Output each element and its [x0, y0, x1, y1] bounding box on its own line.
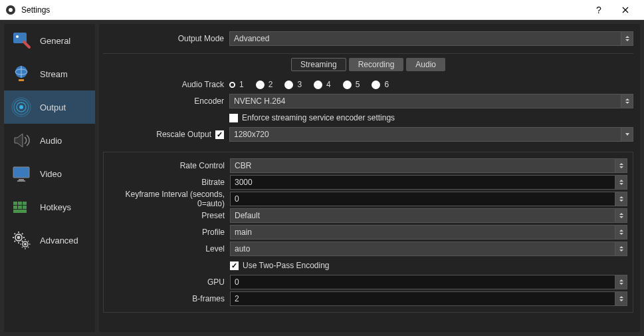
svg-point-1: [9, 8, 13, 12]
sidebar-item-output[interactable]: Output: [4, 90, 95, 124]
updown-icon: [621, 32, 633, 45]
svg-rect-14: [13, 202, 17, 205]
enforce-checkbox[interactable]: [229, 114, 238, 122]
sidebar-item-label: Video: [40, 169, 62, 179]
updown-icon: [615, 226, 627, 239]
updown-icon: [615, 159, 627, 172]
profile-label: Profile: [104, 228, 230, 237]
rescale-checkbox[interactable]: [215, 130, 224, 139]
close-button[interactable]: [612, 0, 639, 20]
svg-point-24: [25, 244, 26, 245]
globe-icon: [11, 63, 32, 84]
rescale-label: Rescale Output: [156, 130, 211, 139]
speaker-icon: [11, 130, 32, 151]
rescale-combo[interactable]: 1280x720: [229, 127, 633, 142]
gpu-label: GPU: [104, 277, 230, 287]
sidebar-item-label: Audio: [40, 136, 62, 146]
svg-rect-20: [13, 210, 27, 213]
updown-icon: [615, 242, 627, 255]
twopass-label: Use Two-Pass Encoding: [243, 261, 330, 270]
preset-combo[interactable]: Default: [230, 208, 627, 223]
broadcast-icon: [11, 96, 32, 118]
svg-rect-16: [23, 202, 27, 205]
svg-rect-17: [13, 206, 17, 209]
encoder-combo[interactable]: NVENC H.264: [229, 94, 633, 108]
encoder-settings-panel: Rate Control CBR Bitrate 3000 Keyframe I…: [103, 152, 633, 313]
svg-rect-15: [18, 202, 22, 205]
updown-icon: [621, 94, 633, 108]
updown-icon: [615, 275, 627, 289]
encoder-label: Encoder: [103, 96, 229, 106]
gears-icon: [11, 230, 32, 251]
gpu-input[interactable]: 0: [230, 275, 627, 289]
updown-icon: [615, 192, 627, 206]
audio-track-radios: 1 2 3 4 5 6: [229, 80, 633, 89]
preset-label: Preset: [104, 211, 230, 220]
updown-icon: [615, 176, 627, 189]
sidebar-item-label: Output: [40, 102, 66, 112]
audio-track-6-radio[interactable]: 6: [372, 80, 389, 89]
level-label: Level: [104, 244, 230, 253]
encoder-value: NVENC H.264: [234, 96, 285, 106]
bitrate-input[interactable]: 3000: [230, 175, 627, 190]
svg-rect-6: [19, 79, 24, 81]
svg-point-3: [16, 35, 19, 38]
sidebar-item-general[interactable]: General: [4, 24, 95, 57]
profile-combo[interactable]: main: [230, 225, 627, 240]
tab-recording[interactable]: Recording: [349, 58, 404, 71]
audio-track-label: Audio Track: [103, 80, 229, 89]
twopass-checkbox[interactable]: [230, 261, 239, 270]
audio-track-4-radio[interactable]: 4: [314, 80, 331, 89]
output-mode-label: Output Mode: [103, 34, 229, 43]
chevron-down-icon: [621, 128, 633, 141]
output-mode-combo[interactable]: Advanced: [229, 31, 633, 46]
tabbar: Streaming Recording Audio: [103, 58, 633, 71]
tab-streaming[interactable]: Streaming: [291, 58, 346, 71]
sidebar-item-advanced[interactable]: Advanced: [4, 224, 95, 257]
sidebar-item-stream[interactable]: Stream: [4, 57, 95, 90]
audio-track-5-radio[interactable]: 5: [343, 80, 360, 89]
main-panel: Output Mode Advanced Streaming Recording…: [99, 24, 640, 332]
sidebar-item-video[interactable]: Video: [4, 157, 95, 190]
app-icon: [5, 5, 16, 15]
svg-rect-18: [18, 206, 22, 209]
window-title: Settings: [21, 5, 586, 15]
separator: [103, 53, 633, 54]
svg-rect-11: [13, 167, 29, 178]
svg-rect-12: [19, 179, 24, 180]
sidebar-item-hotkeys[interactable]: Hotkeys: [4, 190, 95, 224]
sidebar-item-label: Hotkeys: [40, 202, 71, 212]
sidebar-item-audio[interactable]: Audio: [4, 124, 95, 157]
tab-audio[interactable]: Audio: [406, 58, 445, 71]
updown-icon: [615, 292, 627, 305]
rate-control-label: Rate Control: [104, 161, 230, 170]
sidebar-item-label: General: [40, 36, 70, 46]
audio-track-1-radio[interactable]: 1: [229, 80, 244, 89]
titlebar: Settings ?: [0, 0, 644, 20]
updown-icon: [615, 209, 627, 222]
keyboard-icon: [11, 196, 32, 218]
rate-control-combo[interactable]: CBR: [230, 158, 627, 173]
bframes-input[interactable]: 2: [230, 291, 627, 306]
svg-rect-13: [17, 180, 25, 182]
bitrate-label: Bitrate: [104, 178, 230, 187]
output-mode-value: Advanced: [234, 34, 269, 43]
monitor-icon: [11, 163, 32, 184]
rescale-value: 1280x720: [234, 130, 269, 139]
level-combo[interactable]: auto: [230, 242, 627, 256]
svg-rect-19: [23, 206, 27, 209]
bframes-label: B-frames: [104, 294, 230, 303]
svg-point-22: [18, 237, 20, 239]
svg-point-7: [19, 105, 23, 109]
keyframe-input[interactable]: 0: [230, 192, 627, 206]
help-button[interactable]: ?: [586, 0, 612, 20]
sidebar-item-label: Stream: [40, 69, 68, 79]
wrench-icon: [11, 30, 32, 51]
keyframe-label: Keyframe Interval (seconds, 0=auto): [104, 190, 230, 208]
sidebar: General Stream Output Audio: [4, 24, 95, 332]
audio-track-2-radio[interactable]: 2: [256, 80, 273, 89]
enforce-label: Enforce streaming service encoder settin…: [242, 113, 395, 122]
audio-track-3-radio[interactable]: 3: [284, 80, 302, 89]
sidebar-item-label: Advanced: [40, 236, 78, 246]
